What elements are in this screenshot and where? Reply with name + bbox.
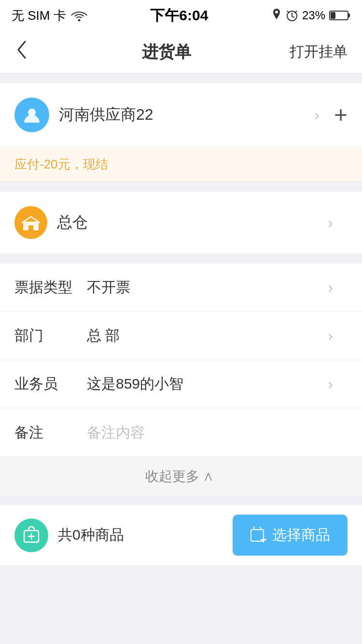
notice-bar: 应付-20元，现结 <box>0 147 362 182</box>
product-count-label: 共0种商品 <box>58 525 223 545</box>
section-divider-2 <box>0 254 362 264</box>
warehouse-icon <box>14 206 47 239</box>
supplier-row[interactable]: 河南供应商22 › + <box>0 83 362 147</box>
warehouse-chevron-icon: › <box>328 214 333 232</box>
remark-label: 备注 <box>14 423 77 443</box>
department-value: 总 部 <box>77 326 328 346</box>
section-gap-1 <box>0 73 362 83</box>
department-chevron-icon: › <box>328 327 333 345</box>
department-label: 部门 <box>14 326 77 346</box>
alarm-icon <box>286 9 298 22</box>
collapse-row[interactable]: 收起更多 ∧ <box>0 457 362 495</box>
select-product-button[interactable]: 选择商品 <box>233 515 348 556</box>
form-section: 票据类型 不开票 › 部门 总 部 › 业务员 这是859的小智 › 备注 备注… <box>0 264 362 457</box>
product-icon <box>14 518 48 552</box>
svg-point-0 <box>78 19 80 22</box>
supplier-name: 河南供应商22 <box>59 104 314 126</box>
back-button[interactable] <box>14 39 43 65</box>
remark-input[interactable]: 备注内容 <box>77 423 348 443</box>
svg-rect-4 <box>348 14 350 17</box>
nav-bar: 进货单 打开挂单 <box>0 31 362 73</box>
notice-text: 应付-20元，现结 <box>14 157 108 171</box>
collapse-label: 收起更多 ∧ <box>145 467 214 486</box>
select-product-label: 选择商品 <box>272 525 330 545</box>
invoice-type-chevron-icon: › <box>328 279 333 296</box>
battery-icon <box>329 10 350 21</box>
supplier-avatar <box>14 98 49 132</box>
product-bar: 共0种商品 选择商品 <box>0 505 362 565</box>
status-left: 无 SIM 卡 <box>12 7 87 24</box>
supplier-chevron-icon: › <box>314 106 320 124</box>
open-pending-button[interactable]: 打开挂单 <box>290 42 348 62</box>
wifi-icon <box>71 10 87 21</box>
invoice-type-value: 不开票 <box>77 278 328 297</box>
sales-person-chevron-icon: › <box>328 375 333 393</box>
remark-row[interactable]: 备注 备注内容 <box>0 408 362 457</box>
page-rest <box>0 565 362 644</box>
department-row[interactable]: 部门 总 部 › <box>0 312 362 360</box>
select-product-icon <box>250 527 267 544</box>
svg-rect-3 <box>331 12 335 19</box>
page-title: 进货单 <box>142 41 191 63</box>
carrier-label: 无 SIM 卡 <box>12 7 66 24</box>
status-bar: 无 SIM 卡 下午6:04 23% <box>0 0 362 31</box>
location-icon <box>271 9 282 22</box>
section-divider-1 <box>0 182 362 192</box>
battery-label: 23% <box>302 9 325 22</box>
invoice-type-label: 票据类型 <box>14 278 77 297</box>
status-right: 23% <box>271 9 350 22</box>
invoice-type-row[interactable]: 票据类型 不开票 › <box>0 264 362 312</box>
add-supplier-button[interactable]: + <box>334 103 348 126</box>
warehouse-name: 总仓 <box>57 212 328 233</box>
bottom-section-gap <box>0 495 362 505</box>
status-time: 下午6:04 <box>150 6 208 26</box>
sales-person-row[interactable]: 业务员 这是859的小智 › <box>0 360 362 408</box>
svg-rect-7 <box>28 225 33 230</box>
sales-person-value: 这是859的小智 <box>77 374 328 394</box>
warehouse-row[interactable]: 总仓 › <box>0 192 362 254</box>
sales-person-label: 业务员 <box>14 374 77 394</box>
